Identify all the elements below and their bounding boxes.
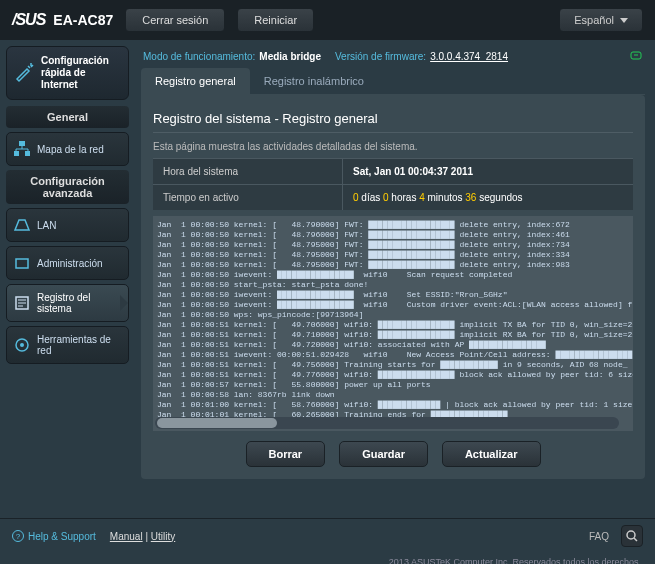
meta-bar: Modo de funcionamiento: Media bridge Ver…: [141, 44, 645, 68]
tabs: Registro general Registro inalámbrico: [141, 68, 645, 95]
sidebar-item-label: Herramientas de red: [37, 334, 122, 356]
sidebar-item-label: Mapa de la red: [37, 144, 104, 155]
tools-icon: [13, 336, 31, 354]
header: /SUS EA-AC87 Cerrar sesión Reiniciar Esp…: [0, 0, 655, 40]
admin-icon: [13, 254, 31, 272]
nav-header-advanced: Configuración avanzada: [6, 170, 129, 204]
system-time-label: Hora del sistema: [153, 159, 343, 184]
save-button[interactable]: Guardar: [339, 441, 428, 467]
wand-icon: [13, 61, 35, 85]
mode-value: Media bridge: [259, 51, 321, 62]
help-icon: ?: [12, 530, 24, 542]
system-time-value: Sat, Jan 01 00:04:37 2011: [343, 159, 633, 184]
content: Modo de funcionamiento: Media bridge Ver…: [135, 40, 655, 518]
tab-general-log[interactable]: Registro general: [141, 68, 250, 94]
refresh-button[interactable]: Actualizar: [442, 441, 541, 467]
manual-link[interactable]: Manual: [110, 531, 143, 542]
model-name: EA-AC87: [53, 12, 113, 28]
sidebar-item-admin[interactable]: Administración: [6, 246, 129, 280]
page-title: Registro del sistema - Registro general: [153, 105, 633, 133]
restart-button[interactable]: Reiniciar: [237, 8, 314, 32]
panel: Registro del sistema - Registro general …: [141, 95, 645, 479]
horizontal-scrollbar[interactable]: [155, 417, 619, 429]
sidebar-item-label: LAN: [37, 220, 56, 231]
svg-rect-0: [19, 141, 25, 146]
fw-label: Versión de firmware:: [335, 51, 426, 62]
link-status-icon: [629, 48, 643, 64]
scrollbar-thumb[interactable]: [157, 418, 277, 428]
sidebar: Configuración rápida de Internet General…: [0, 40, 135, 518]
uptime-label: Tiempo en activo: [153, 185, 343, 210]
search-icon: [626, 530, 638, 542]
faq-link[interactable]: FAQ: [589, 531, 609, 542]
row-uptime: Tiempo en activo 0 días 0 horas 4 minuto…: [153, 184, 633, 210]
svg-point-8: [627, 531, 635, 539]
sidebar-item-label: Administración: [37, 258, 103, 269]
network-map-icon: [13, 140, 31, 158]
brand-logo: /SUS: [12, 11, 45, 29]
copyright: 2013 ASUSTeK Computer Inc. Reservados to…: [0, 553, 655, 564]
page-desc: Esta página muestra las actividades deta…: [153, 133, 633, 158]
log-textarea[interactable]: Jan 1 00:00:50 kernel: [ 48.790000] FWT:…: [153, 216, 633, 431]
clear-button[interactable]: Borrar: [246, 441, 326, 467]
footer: ?Help & Support Manual | Utility FAQ: [0, 518, 655, 553]
qis-label: Configuración rápida de Internet: [41, 55, 122, 91]
fw-link[interactable]: 3.0.0.4.374_2814: [430, 51, 508, 62]
tab-wireless-log[interactable]: Registro inalámbrico: [250, 68, 378, 94]
uptime-value: 0 días 0 horas 4 minutos 36 segundos: [343, 185, 633, 210]
search-button[interactable]: [621, 525, 643, 547]
svg-point-6: [20, 343, 24, 347]
language-label: Español: [574, 14, 614, 26]
sidebar-item-map[interactable]: Mapa de la red: [6, 132, 129, 166]
button-row: Borrar Guardar Actualizar: [153, 431, 633, 471]
language-selector[interactable]: Español: [559, 8, 643, 32]
sidebar-item-label: Registro del sistema: [37, 292, 122, 314]
utility-link[interactable]: Utility: [151, 531, 175, 542]
sidebar-item-syslog[interactable]: Registro del sistema: [6, 284, 129, 322]
logout-button[interactable]: Cerrar sesión: [125, 8, 225, 32]
svg-rect-1: [14, 151, 19, 156]
sidebar-item-lan[interactable]: LAN: [6, 208, 129, 242]
qis-button[interactable]: Configuración rápida de Internet: [6, 46, 129, 100]
help-support-link[interactable]: ?Help & Support: [12, 530, 96, 542]
lan-icon: [13, 216, 31, 234]
nav-header-general: General: [6, 106, 129, 128]
syslog-icon: [13, 294, 31, 312]
svg-rect-2: [25, 151, 30, 156]
svg-rect-3: [16, 259, 28, 268]
footer-links: Manual | Utility: [110, 531, 175, 542]
mode-label: Modo de funcionamiento:: [143, 51, 255, 62]
log-content: Jan 1 00:00:50 kernel: [ 48.790000] FWT:…: [157, 220, 633, 431]
chevron-down-icon: [620, 18, 628, 23]
sidebar-item-tools[interactable]: Herramientas de red: [6, 326, 129, 364]
row-system-time: Hora del sistema Sat, Jan 01 00:04:37 20…: [153, 158, 633, 184]
